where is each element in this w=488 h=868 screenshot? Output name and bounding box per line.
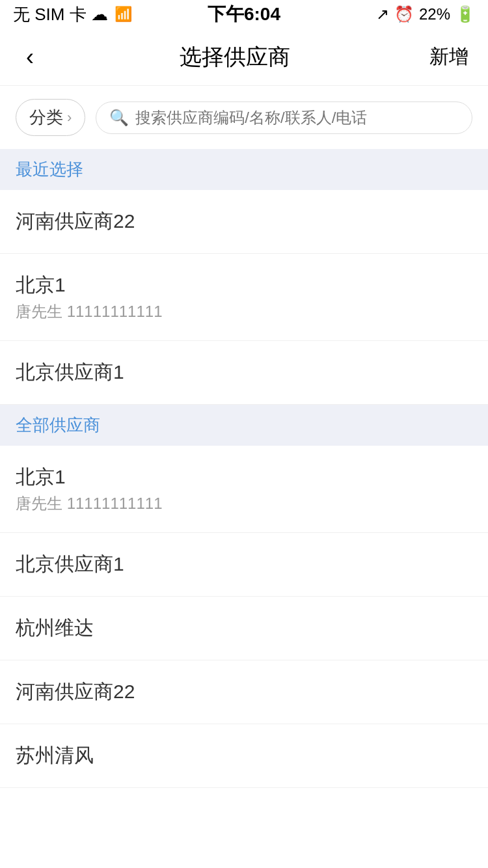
filter-bar: 分类 › 🔍 <box>0 86 488 149</box>
item-sub: 唐先生 11111111111 <box>16 493 472 514</box>
status-time: 下午6:04 <box>208 2 280 27</box>
item-name: 北京1 <box>16 272 472 299</box>
all-section-header: 全部供应商 <box>0 405 488 446</box>
search-input[interactable] <box>135 109 459 127</box>
all-section-label: 全部供应商 <box>16 415 100 435</box>
list-item[interactable]: 河南供应商22 <box>0 660 488 724</box>
recent-items-list: 河南供应商22 北京1 唐先生 11111111111 北京供应商1 <box>0 190 488 405</box>
nav-bar: ‹ 选择供应商 新增 <box>0 29 488 86</box>
item-name: 杭州维达 <box>16 615 472 642</box>
status-right: ↗ ⏰ 22% 🔋 <box>376 5 475 23</box>
list-item[interactable]: 北京供应商1 <box>0 533 488 597</box>
back-icon: ‹ <box>26 44 34 70</box>
no-sim-label: 无 SIM 卡 ☁ <box>13 3 108 26</box>
recent-section-header: 最近选择 <box>0 149 488 190</box>
category-label: 分类 <box>29 106 63 129</box>
wifi-icon: 📶 <box>115 6 132 23</box>
item-name: 河南供应商22 <box>16 208 472 235</box>
list-item[interactable]: 北京1 唐先生 11111111111 <box>0 254 488 341</box>
battery-label: 22% <box>419 5 450 23</box>
item-sub: 唐先生 11111111111 <box>16 301 472 322</box>
item-name: 北京1 <box>16 464 472 491</box>
back-button[interactable]: ‹ <box>20 37 40 77</box>
item-name: 河南供应商22 <box>16 679 472 705</box>
alarm-icon: ⏰ <box>394 5 414 23</box>
search-box: 🔍 <box>96 102 472 134</box>
category-button[interactable]: 分类 › <box>16 99 85 136</box>
add-button[interactable]: 新增 <box>429 44 468 70</box>
item-name: 北京供应商1 <box>16 359 472 386</box>
recent-section-label: 最近选择 <box>16 159 83 179</box>
status-bar: 无 SIM 卡 ☁ 📶 下午6:04 ↗ ⏰ 22% 🔋 <box>0 0 488 29</box>
chevron-right-icon: › <box>67 109 72 126</box>
list-item[interactable]: 苏州清风 <box>0 724 488 788</box>
list-item[interactable]: 北京1 唐先生 11111111111 <box>0 446 488 533</box>
location-icon: ↗ <box>376 5 389 23</box>
list-item[interactable]: 河南供应商22 <box>0 190 488 254</box>
list-item[interactable]: 杭州维达 <box>0 597 488 660</box>
search-icon: 🔍 <box>109 109 129 127</box>
status-left: 无 SIM 卡 ☁ 📶 <box>13 3 132 26</box>
all-items-list: 北京1 唐先生 11111111111 北京供应商1 杭州维达 河南供应商22 … <box>0 446 488 788</box>
item-name: 苏州清风 <box>16 742 472 769</box>
item-name: 北京供应商1 <box>16 551 472 578</box>
page-title: 选择供应商 <box>180 42 290 72</box>
battery-icon: 🔋 <box>455 5 475 23</box>
list-item[interactable]: 北京供应商1 <box>0 341 488 405</box>
